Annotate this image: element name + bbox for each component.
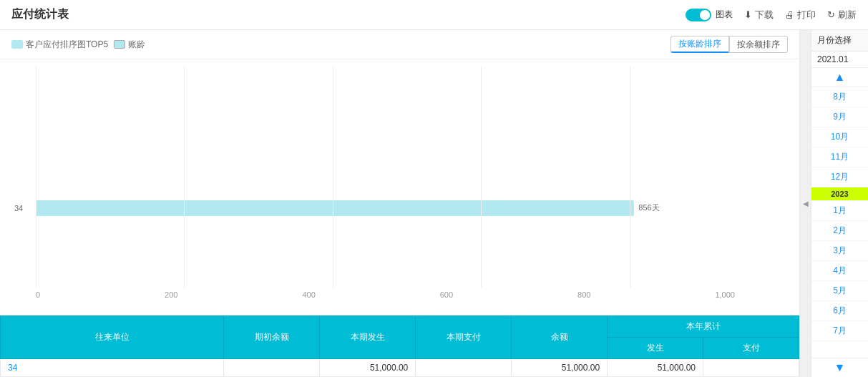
table-section: 往来单位 期初余额 本期发生 本期支付 余额 本年累计 发生 支付: [0, 315, 799, 377]
sidebar-month-may[interactable]: 5月: [811, 281, 868, 301]
cell-ytd-occ: 51,000.00: [608, 359, 703, 377]
chart-header: 客户应付排序图TOP5 账龄 按账龄排序 按余额排序: [0, 30, 799, 59]
data-table: 往来单位 期初余额 本期发生 本期支付 余额 本年累计 发生 支付: [0, 315, 799, 377]
table-row: 34 51,000.00 51,000.00 51,000.00: [1, 359, 799, 377]
sidebar-month-sep[interactable]: 9月: [811, 107, 868, 127]
col-header-ytd-occ: 发生: [608, 338, 703, 359]
sidebar-collapse-button[interactable]: ◀: [799, 30, 811, 377]
x-tick-0: 0: [36, 290, 40, 299]
chart-toggle-label: 图表: [716, 9, 733, 21]
sidebar-current-date[interactable]: 2021.01: [811, 52, 868, 68]
col-header-period-occ: 本期发生: [320, 316, 416, 359]
download-label: 下载: [755, 9, 774, 21]
legend-color-bar: [11, 40, 23, 49]
chart-sort-buttons: 按账龄排序 按余额排序: [670, 36, 788, 53]
chart-area: 34 856天 0 200 400 600 800 1,000: [0, 59, 799, 315]
collapse-icon: ◀: [803, 200, 809, 207]
toggle-thumb: [700, 10, 710, 20]
cell-opening: [224, 359, 320, 377]
print-button[interactable]: 🖨 打印: [785, 9, 816, 21]
sidebar-scroll-down-button[interactable]: ▼: [811, 358, 868, 377]
col-header-balance: 余额: [512, 316, 608, 359]
legend-color-age: [114, 40, 125, 49]
x-tick-2: 400: [302, 290, 315, 299]
cell-unit: 34: [1, 359, 224, 377]
refresh-label: 刷新: [838, 9, 857, 21]
grid-line-2: [333, 67, 333, 288]
page-container: 应付统计表 图表 ⬇ 下载 🖨 打印 ↻ 刷新: [0, 0, 868, 377]
x-tick-5: 1,000: [715, 290, 735, 299]
chart-legend: 客户应付排序图TOP5 账龄: [11, 39, 145, 51]
unit-link[interactable]: 34: [8, 363, 17, 373]
col-header-ytd-group: 本年累计: [608, 316, 799, 338]
bar-row-label: 34: [14, 204, 23, 212]
page-title: 应付统计表: [11, 7, 69, 22]
chart-toggle[interactable]: 图表: [686, 9, 733, 21]
cell-period-occ: 51,000.00: [320, 359, 416, 377]
sidebar-year-2023[interactable]: 2023: [811, 187, 868, 201]
refresh-icon: ↻: [827, 9, 835, 20]
sidebar-month-mar[interactable]: 3月: [811, 241, 868, 261]
sidebar-scroll-up-button[interactable]: ▲: [811, 68, 868, 87]
sidebar-month-nov[interactable]: 11月: [811, 147, 868, 167]
x-tick-3: 600: [440, 290, 453, 299]
header-actions: 图表 ⬇ 下载 🖨 打印 ↻ 刷新: [686, 9, 857, 21]
x-tick-4: 800: [577, 290, 590, 299]
sidebar-month-list: 8月 9月 10月 11月 12月 2023 1月 2月 3月 4月 5月 6月…: [811, 87, 868, 358]
toggle-track[interactable]: [686, 9, 711, 21]
grid-line-4: [630, 67, 630, 288]
download-button[interactable]: ⬇ 下载: [744, 9, 774, 21]
legend-label-bar: 客户应付排序图TOP5: [26, 39, 108, 51]
sidebar-month-feb[interactable]: 2月: [811, 221, 868, 241]
arrow-up-icon: ▲: [834, 71, 846, 84]
cell-ytd-pay: [703, 359, 799, 377]
cell-period-pay: [416, 359, 512, 377]
col-header-unit: 往来单位: [1, 316, 224, 359]
chart-canvas: 34 856天 0 200 400 600 800 1,000: [36, 67, 778, 300]
cell-balance: 51,000.00: [512, 359, 608, 377]
main-content: 客户应付排序图TOP5 账龄 按账龄排序 按余额排序 34: [0, 30, 868, 377]
legend-label-age: 账龄: [128, 39, 145, 51]
download-icon: ⬇: [744, 9, 752, 20]
sidebar-month-apr[interactable]: 4月: [811, 261, 868, 281]
header: 应付统计表 图表 ⬇ 下载 🖨 打印 ↻ 刷新: [0, 0, 868, 30]
sidebar-month-jun[interactable]: 6月: [811, 301, 868, 321]
chart-section: 客户应付排序图TOP5 账龄 按账龄排序 按余额排序 34: [0, 30, 799, 377]
sidebar-month-jul[interactable]: 7月: [811, 321, 868, 341]
print-icon: 🖨: [785, 9, 794, 20]
x-tick-1: 200: [165, 290, 177, 299]
arrow-down-icon: ▼: [834, 361, 846, 374]
sort-by-balance-button[interactable]: 按余额排序: [729, 36, 788, 53]
col-header-ytd-pay: 支付: [703, 338, 799, 359]
sidebar-month-aug[interactable]: 8月: [811, 87, 868, 107]
col-header-opening: 期初余额: [224, 316, 320, 359]
sidebar-month-oct[interactable]: 10月: [811, 127, 868, 147]
grid-line-3: [481, 67, 482, 288]
print-label: 打印: [797, 9, 816, 21]
sidebar-month-dec[interactable]: 12月: [811, 167, 868, 187]
sidebar-header: 月份选择: [811, 30, 868, 52]
x-axis: 0 200 400 600 800 1,000: [36, 290, 735, 300]
legend-item-bar: 客户应付排序图TOP5: [11, 39, 108, 51]
right-sidebar: 月份选择 2021.01 ▲ 8月 9月 10月 11月 12月 2023 1月…: [811, 30, 868, 377]
legend-item-age: 账龄: [114, 39, 145, 51]
refresh-button[interactable]: ↻ 刷新: [827, 9, 857, 21]
sort-by-age-button[interactable]: 按账龄排序: [670, 36, 729, 53]
sidebar-month-jan[interactable]: 1月: [811, 201, 868, 221]
col-header-period-pay: 本期支付: [416, 316, 512, 359]
